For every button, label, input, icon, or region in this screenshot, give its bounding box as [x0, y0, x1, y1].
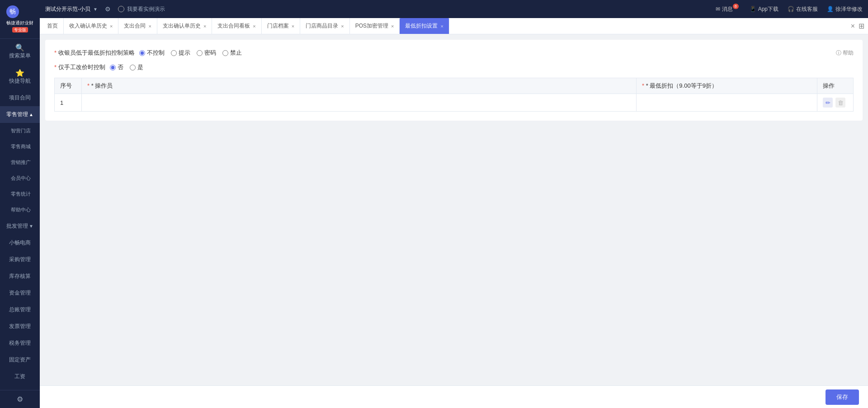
sidebar-settings-btn[interactable]: ⚙ [0, 390, 40, 408]
sidebar-item-project-contract[interactable]: 项目合同 [0, 89, 40, 106]
sidebar-item-purchase[interactable]: 采购管理 [0, 251, 40, 268]
topbar-demo-btn[interactable]: 我要看实例演示 [118, 5, 165, 13]
radio-no-label: 否 [118, 63, 123, 71]
radio-remind-input[interactable] [171, 50, 177, 56]
sidebar-item-retail-stats[interactable]: 零售统计 [0, 186, 40, 202]
delete-icon[interactable]: 🗑 [835, 98, 845, 108]
tab-payment-contract-label: 支出合同 [124, 22, 146, 30]
sidebar-item-fixed-assets[interactable]: 固定资产 [0, 352, 40, 368]
row-seq: 1 [55, 94, 82, 112]
radio-remind-label: 提示 [179, 49, 190, 57]
sidebar-item-ledger[interactable]: 总账管理 [0, 301, 40, 318]
radio-no[interactable]: 否 [110, 63, 123, 71]
radio-forbid-label: 禁止 [230, 49, 242, 57]
tab-payment-confirm[interactable]: 支出确认单历史 × [157, 18, 212, 34]
settings-card: 收银员低于最低折扣控制策略 不控制 提示 密码 [45, 40, 863, 121]
tab-payment-view-close[interactable]: × [253, 23, 255, 29]
control-radio-group: 不控制 提示 密码 禁止 [139, 49, 242, 57]
radio-password[interactable]: 密码 [197, 49, 216, 57]
sidebar-item-search[interactable]: 🔍 搜索菜单 [0, 39, 40, 64]
tab-payment-view-label: 支出合同看板 [217, 22, 250, 30]
sidebar-item-invoice[interactable]: 发票管理 [0, 318, 40, 335]
tab-store-products[interactable]: 门店商品目录 × [300, 18, 349, 34]
tab-payment-view[interactable]: 支出合同看板 × [212, 18, 261, 34]
radio-remind[interactable]: 提示 [171, 49, 190, 57]
sidebar-item-ecommerce[interactable]: 小畅电商 [0, 234, 40, 251]
radio-forbid[interactable]: 禁止 [222, 49, 242, 57]
edit-icon[interactable]: ✏ [823, 98, 833, 108]
wholesale-arrow: ▼ [29, 224, 33, 229]
tab-payment-contract[interactable]: 支出合同 × [118, 18, 157, 34]
tab-expand-btn[interactable]: ⊞ [859, 22, 864, 30]
sidebar-item-tax[interactable]: 税务管理 [0, 335, 40, 352]
table-row: 1 ✏ 🗑 [55, 94, 854, 112]
radio-password-label: 密码 [204, 49, 216, 57]
messages-label: 消息 [722, 5, 733, 13]
app-download-btn[interactable]: 📱 App下载 [750, 5, 778, 13]
tab-min-discount-close[interactable]: × [440, 23, 443, 29]
topbar-gear-btn[interactable]: ⚙ [105, 5, 111, 13]
sidebar-item-help-center[interactable]: 帮助中心 [0, 202, 40, 218]
sidebar-item-finance[interactable]: 资金管理 [0, 285, 40, 301]
tab-pos-manage[interactable]: POS加密管理 × [350, 18, 400, 34]
message-icon: ✉ [716, 6, 720, 12]
retail-manage-arrow: ▲ [29, 112, 33, 117]
sidebar-item-marketing[interactable]: 营销推广 [0, 155, 40, 170]
tab-payment-contract-close[interactable]: × [148, 23, 151, 29]
tab-store-archive[interactable]: 门店档案 × [262, 18, 300, 34]
radio-no-control-input[interactable] [139, 50, 145, 56]
messages-btn[interactable]: ✉ 消息 8 [716, 5, 741, 13]
sidebar-item-wholesale[interactable]: 批发管理 ▼ [0, 218, 40, 234]
tab-store-products-label: 门店商品目录 [306, 22, 338, 30]
tab-pos-manage-label: POS加密管理 [355, 22, 388, 30]
online-service-btn[interactable]: 🎧 在线客服 [788, 5, 818, 13]
tab-income-confirm[interactable]: 收入确认单历史 × [64, 18, 118, 34]
tab-store-archive-close[interactable]: × [292, 23, 294, 29]
tab-income-confirm-close[interactable]: × [110, 23, 113, 29]
tab-payment-confirm-close[interactable]: × [203, 23, 206, 29]
col-operator-header: * 操作员 [82, 78, 637, 94]
discount-table-wrapper: 序号 * 操作员 * 最低折扣（9.00等于9折） 操作 1 [54, 78, 854, 112]
sidebar-item-retail-manage[interactable]: 零售管理 ▲ [0, 106, 40, 123]
topbar-project[interactable]: 测试分开示范-小贝 ▼ [45, 5, 98, 13]
save-button[interactable]: 保存 [826, 389, 859, 405]
user-btn[interactable]: 👤 徐泽华修改 [827, 5, 863, 13]
tab-income-confirm-label: 收入确认单历史 [69, 22, 107, 30]
logo-icon: 畅 [6, 5, 19, 18]
app-download-label: App下载 [758, 5, 778, 13]
tab-pos-manage-close[interactable]: × [391, 23, 394, 29]
tab-close-all-btn[interactable]: × [851, 22, 855, 30]
topbar-right: ✉ 消息 8 📱 App下载 🎧 在线客服 👤 徐泽华修改 [716, 5, 863, 13]
online-service-label: 在线客服 [796, 5, 818, 13]
control-label: 收银员低于最低折扣控制策略 [54, 49, 135, 57]
row-discount [637, 94, 817, 112]
radio-yes-label: 是 [137, 63, 143, 71]
radio-no-control[interactable]: 不控制 [139, 49, 165, 57]
sidebar-item-member-center[interactable]: 会员中心 [0, 170, 40, 186]
radio-forbid-input[interactable] [222, 50, 228, 56]
radio-yes-input[interactable] [130, 65, 136, 70]
sidebar-item-retail-mall[interactable]: 零售商城 [0, 139, 40, 155]
tab-min-discount[interactable]: 最低折扣设置 × [400, 18, 449, 34]
radio-no-input[interactable] [110, 65, 116, 70]
help-link[interactable]: ⓘ 帮助 [836, 49, 854, 57]
tab-home[interactable]: 首页 [42, 18, 64, 34]
sidebar-logo: 畅 畅捷通好业财 专业版 [0, 0, 40, 39]
manual-form-row: 仅手工改价时控制 否 是 [54, 63, 854, 71]
demo-label: 我要看实例演示 [127, 5, 165, 13]
project-dropdown-icon: ▼ [93, 7, 98, 12]
demo-circle-icon [118, 6, 124, 12]
radio-yes[interactable]: 是 [130, 63, 143, 71]
logo-text: 畅捷通好业财 [6, 20, 33, 26]
sidebar-item-shortcut[interactable]: ⭐ 快捷导航 [0, 64, 40, 89]
manual-radio-group: 否 是 [110, 63, 143, 71]
tab-store-products-close[interactable]: × [341, 23, 344, 29]
sidebar-item-inventory[interactable]: 库存核算 [0, 268, 40, 285]
sidebar-item-smart-store[interactable]: 智营门店 [0, 123, 40, 139]
radio-password-input[interactable] [197, 50, 203, 56]
col-seq-header: 序号 [55, 78, 82, 94]
topbar: 测试分开示范-小贝 ▼ ⚙ 我要看实例演示 ✉ 消息 8 📱 App下载 🎧 在… [40, 0, 868, 18]
sidebar-item-payroll[interactable]: 工资 [0, 368, 40, 385]
tabbar: 首页 收入确认单历史 × 支出合同 × 支出确认单历史 × 支出合同看板 × 门… [40, 18, 868, 34]
tab-store-archive-label: 门店档案 [267, 22, 289, 30]
